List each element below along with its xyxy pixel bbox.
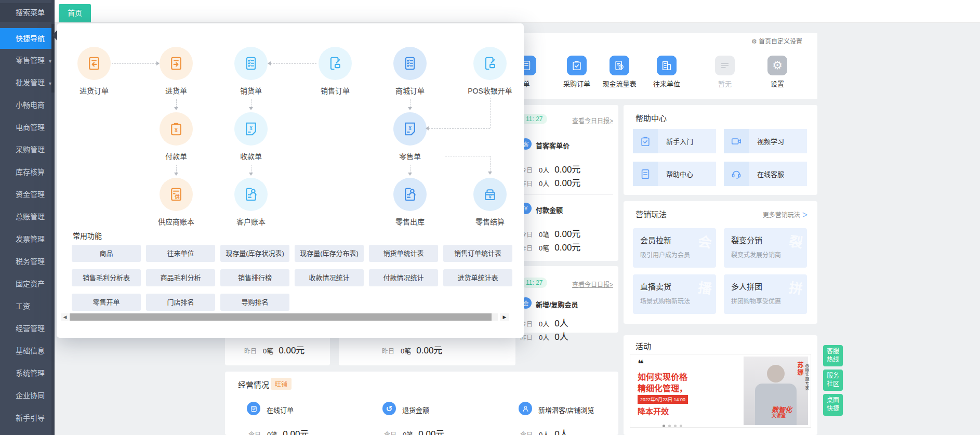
horizontal-scrollbar-thumb[interactable] — [70, 313, 492, 321]
help-item[interactable]: 视频学习 — [724, 129, 807, 153]
sidebar-item[interactable]: 新手引导 — [0, 407, 55, 428]
function-button[interactable]: 销售排行榜 — [220, 269, 289, 286]
sidebar-item[interactable]: 零售管理▼ — [0, 50, 55, 71]
sidebar-item[interactable]: 企业协同 — [0, 385, 55, 406]
sidebar-item[interactable]: 库存核算 — [0, 162, 55, 182]
building-icon[interactable] — [657, 56, 677, 75]
video-icon — [724, 129, 749, 153]
daily-report-link[interactable]: 查看今日日报> — [572, 116, 613, 125]
gear-icon[interactable]: ⚙ — [767, 56, 787, 75]
sidebar-item[interactable]: 采购管理 — [0, 139, 55, 160]
flow-node-doc-tab-icon[interactable] — [319, 47, 352, 80]
flow-node-book-supplier-icon[interactable]: 供 — [160, 178, 193, 211]
sidebar-item[interactable]: 批发管理▼ — [0, 72, 55, 93]
none-icon[interactable] — [715, 56, 735, 75]
sidebar-item[interactable]: 税务管理 — [0, 251, 55, 272]
flow-node-clip-yen-icon[interactable]: ¥ — [160, 112, 193, 146]
scroll-left-button[interactable]: ◀ — [61, 313, 69, 321]
help-item[interactable]: 新手入门 — [633, 129, 716, 153]
function-button-row: 零售开单门店排名导购排名 — [72, 294, 295, 313]
marketing-item[interactable]: 裂裂变分销裂变式发展分销商 — [724, 228, 807, 268]
function-button-row: 商品往来单位现存量(库存状况表)现存量(库存分布表)销货单统计表销售订单统计表 — [72, 245, 518, 264]
floating-button[interactable]: 客服热线 — [823, 345, 843, 366]
help-item[interactable]: 帮助中心 — [633, 162, 716, 186]
flow-node-page-person-icon[interactable] — [393, 178, 427, 211]
function-button[interactable]: 收款情况统计 — [295, 269, 364, 286]
sidebar-item[interactable]: 总账管理 — [0, 206, 55, 227]
sidebar-item[interactable]: 系统管理 — [0, 363, 55, 384]
horizontal-scrollbar-track[interactable] — [70, 313, 498, 321]
function-button[interactable]: 现存量(库存状况表) — [220, 245, 289, 262]
clip-check2-icon — [633, 129, 658, 153]
sidebar-item[interactable]: 电商管理 — [0, 117, 55, 138]
sidebar-item[interactable]: 工资 — [0, 296, 55, 317]
business-stat-row: 今日0笔0.00元 — [248, 427, 309, 435]
carousel-dots[interactable] — [663, 420, 685, 428]
marketing-item[interactable]: 播直播卖货场景式购物新玩法 — [633, 274, 716, 314]
function-button[interactable]: 导购排名 — [220, 294, 289, 311]
function-button[interactable]: 门店排名 — [146, 294, 215, 311]
flow-node-page-yen-icon[interactable]: ¥ — [234, 112, 268, 146]
tab-home[interactable]: 首页 — [59, 4, 91, 22]
function-button[interactable]: 商品 — [72, 245, 141, 262]
flow-node-doc-tab-icon[interactable] — [473, 47, 507, 80]
sidebar-search-menu[interactable]: 搜索菜单 — [0, 3, 55, 22]
sidebar-item[interactable]: 小畅电商 — [0, 95, 55, 115]
svg-text:¥: ¥ — [175, 127, 178, 133]
arrow-down-icon — [174, 173, 178, 176]
flow-node-doc-in-icon[interactable] — [77, 47, 111, 80]
activity-banner[interactable]: ❝ 如何实现价格 精细化管理， 2022年9月23日 14:00 降本开效 苏娜… — [630, 354, 811, 428]
sidebar-item[interactable]: 固定资产 — [0, 273, 55, 294]
doc-lines-icon — [633, 162, 658, 186]
sidebar-item[interactable]: 资金管理 — [0, 184, 55, 205]
help-item-label: 帮助中心 — [658, 162, 716, 186]
business-overview-card: 经营情况 旺铺 在线订单今日0笔0.00元↺退货金额今日0笔0.00元新增潜客/… — [225, 372, 618, 435]
function-button[interactable]: 商品毛利分析 — [146, 269, 215, 286]
flow-node-label: 供应商账本 — [140, 217, 213, 227]
flow-node-page-person-icon[interactable] — [234, 178, 268, 211]
scroll-right-button[interactable]: ▶ — [500, 313, 509, 321]
function-button[interactable]: 销货单统计表 — [369, 245, 438, 262]
more-marketing-link[interactable]: 更多营销玩法 ＞ — [763, 210, 808, 219]
marketing-item[interactable]: 拼多人拼团拼团购物享受优惠 — [724, 274, 807, 314]
sidebar-item-quick-nav[interactable]: 快捷导航 — [0, 28, 55, 49]
floating-button[interactable]: 桌面快捷 — [823, 394, 843, 415]
function-button[interactable]: 销售订单统计表 — [443, 245, 512, 262]
quick-icon-label: 设置 — [754, 78, 801, 88]
function-button[interactable]: 往来单位 — [146, 245, 215, 262]
function-button[interactable]: 进货单统计表 — [443, 269, 512, 286]
stat-row: 今日0人0.00元 — [520, 162, 580, 175]
function-button[interactable]: 销售毛利分析表 — [72, 269, 141, 286]
marketing-item[interactable]: 会会员拉新吸引用户成为会员 — [633, 228, 716, 268]
marketing-item-title: 裂变分销 — [731, 234, 762, 245]
arrow-down-icon — [174, 107, 178, 110]
function-button[interactable]: 零售开单 — [72, 294, 141, 311]
function-button[interactable]: 付款情况统计 — [369, 269, 438, 286]
flow-node-checklist-icon[interactable] — [393, 47, 427, 80]
flow-node-checklist-icon[interactable] — [234, 47, 268, 80]
clip-check-icon[interactable] — [567, 56, 587, 75]
floating-button[interactable]: 服务社区 — [823, 370, 843, 391]
flow-node-page-yen-icon[interactable]: ¥ — [393, 112, 427, 146]
cash-doc-icon[interactable]: ¥ — [610, 56, 629, 75]
sidebar-item[interactable]: 基础信息 — [0, 340, 55, 361]
homepage-customize-link[interactable]: ⚙ 首页自定义设置 — [751, 36, 819, 45]
flow-node-doc-out-icon[interactable] — [160, 47, 193, 80]
function-button[interactable]: 现存量(库存分布表) — [295, 245, 364, 262]
marketing-card: 营销玩法 更多营销玩法 ＞ 会会员拉新吸引用户成为会员裂裂变分销裂变式发展分销商… — [624, 201, 817, 324]
sidebar-item[interactable]: 发票管理 — [0, 229, 55, 249]
sidebar: 搜索菜单 快捷导航 零售管理▼批发管理▼小畅电商电商管理采购管理库存核算资金管理… — [0, 0, 55, 435]
daily-report-link[interactable]: 查看今日日报> — [572, 280, 613, 288]
svg-text:¥: ¥ — [408, 125, 412, 131]
banner-line3: 降本开效 — [638, 405, 669, 416]
help-item[interactable]: 在线客服 — [724, 162, 807, 186]
decorative-icon: 裂 — [788, 230, 804, 251]
flow-node-box-yen-icon[interactable]: ¥ — [473, 178, 507, 211]
quote-icon: ❝ — [638, 358, 644, 370]
sidebar-item[interactable]: 经营管理 — [0, 318, 55, 339]
flow-connector — [410, 165, 410, 173]
time-badge: 11: 27 — [521, 278, 547, 288]
stat-label: 新增/复购会员 — [536, 299, 578, 309]
flow-node-label: 客户账本 — [215, 217, 287, 227]
business-column-label: 退货金额 — [402, 405, 429, 415]
